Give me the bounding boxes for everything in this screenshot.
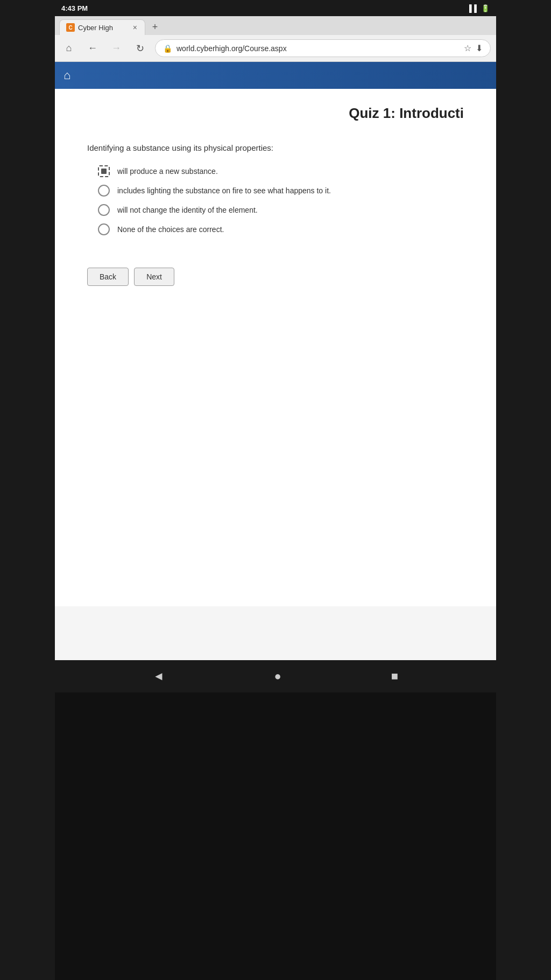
forward-button[interactable]: → bbox=[108, 40, 125, 57]
address-text: world.cyberhigh.org/Course.aspx bbox=[176, 44, 460, 53]
browser-tab[interactable]: C Cyber High × bbox=[59, 19, 145, 35]
home-button[interactable]: ⌂ bbox=[60, 40, 77, 57]
tab-favicon: C bbox=[66, 23, 75, 32]
lock-icon: 🔒 bbox=[163, 44, 172, 53]
tab-close-button[interactable]: × bbox=[132, 23, 138, 32]
nav-buttons: Back Next bbox=[87, 268, 464, 286]
option-a-text: will produce a new substance. bbox=[117, 167, 218, 176]
status-time: 4:43 PM bbox=[61, 4, 88, 12]
android-recent-button[interactable]: ■ bbox=[391, 669, 398, 683]
option-b-text: includes lighting the substance on fire … bbox=[117, 186, 331, 195]
address-bar[interactable]: 🔒 world.cyberhigh.org/Course.aspx ☆ ⬇ bbox=[155, 39, 491, 57]
radio-c[interactable] bbox=[98, 204, 110, 216]
browser-bottom-area bbox=[55, 606, 496, 660]
android-back-button[interactable]: ◄ bbox=[153, 669, 165, 683]
bottom-dark-area bbox=[55, 692, 496, 981]
new-tab-button[interactable]: + bbox=[147, 20, 163, 35]
main-content: Quiz 1: Introducti Identifying a substan… bbox=[55, 89, 496, 606]
option-b[interactable]: includes lighting the substance on fire … bbox=[98, 185, 464, 197]
option-d-text: None of the choices are correct. bbox=[117, 225, 224, 234]
refresh-button[interactable]: ↻ bbox=[131, 40, 149, 57]
status-bar: 4:43 PM ▌▌ 🔋 bbox=[55, 0, 496, 16]
nav-bar: ⌂ ← → ↻ 🔒 world.cyberhigh.org/Course.asp… bbox=[55, 35, 496, 61]
radio-b[interactable] bbox=[98, 185, 110, 197]
android-nav-bar: ◄ ● ■ bbox=[55, 660, 496, 692]
option-d[interactable]: None of the choices are correct. bbox=[98, 223, 464, 235]
option-c[interactable]: will not change the identity of the elem… bbox=[98, 204, 464, 216]
radio-a[interactable] bbox=[98, 165, 110, 177]
option-a[interactable]: will produce a new substance. bbox=[98, 165, 464, 177]
answer-options: will produce a new substance. includes l… bbox=[98, 165, 464, 235]
tab-title: Cyber High bbox=[78, 24, 129, 32]
back-button[interactable]: Back bbox=[87, 268, 129, 286]
quiz-title: Quiz 1: Introducti bbox=[87, 105, 464, 122]
download-icon[interactable]: ⬇ bbox=[476, 43, 483, 53]
next-button[interactable]: Next bbox=[134, 268, 174, 286]
status-icons: ▌▌ 🔋 bbox=[469, 4, 490, 12]
tab-bar: C Cyber High × + bbox=[55, 16, 496, 35]
site-header: ⌂ bbox=[55, 62, 496, 89]
bookmark-icon[interactable]: ☆ bbox=[464, 43, 471, 53]
radio-d[interactable] bbox=[98, 223, 110, 235]
question-text: Identifying a substance using its physic… bbox=[87, 143, 464, 152]
android-home-button[interactable]: ● bbox=[274, 669, 281, 683]
browser-chrome: C Cyber High × + ⌂ ← → ↻ 🔒 world.cyberhi… bbox=[55, 16, 496, 62]
back-button[interactable]: ← bbox=[84, 40, 101, 57]
option-c-text: will not change the identity of the elem… bbox=[117, 206, 258, 214]
site-home-icon[interactable]: ⌂ bbox=[63, 68, 70, 82]
